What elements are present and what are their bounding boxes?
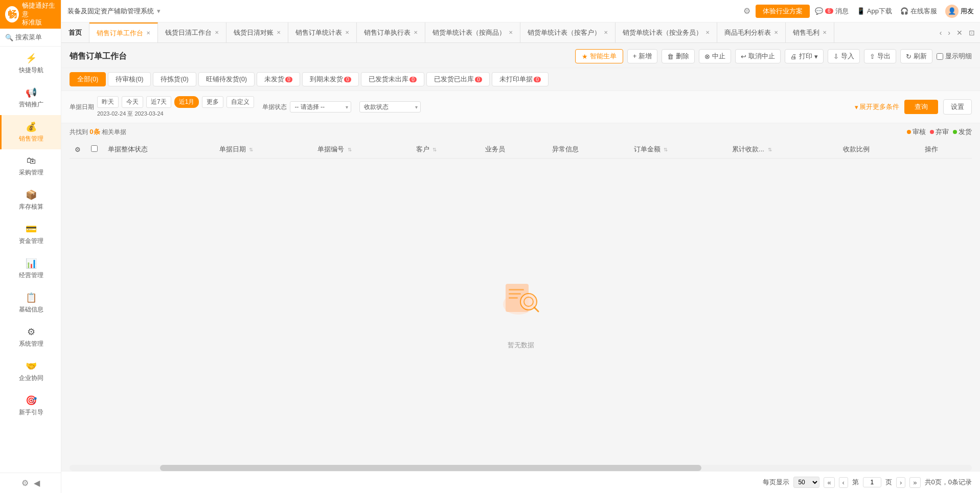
review-action-btn[interactable]: 审核 bbox=[907, 127, 926, 137]
ship-action-btn[interactable]: 发货 bbox=[953, 127, 972, 137]
sidebar-item-enterprise[interactable]: 🤝 企业协同 bbox=[0, 354, 61, 389]
tab-scroll-right-icon[interactable]: › bbox=[946, 28, 952, 38]
filter-tab-shipped-out[interactable]: 已发货已出库0 bbox=[426, 72, 490, 86]
print-btn[interactable]: 🖨 打印 ▾ bbox=[785, 49, 824, 63]
tab-home[interactable]: 首页 bbox=[61, 23, 89, 43]
sidebar-item-sales[interactable]: 💰 销售管理 bbox=[0, 115, 61, 149]
filter-tab-pending-review[interactable]: 待审核(0) bbox=[108, 72, 151, 86]
customer-sort-icon[interactable]: ⇅ bbox=[432, 147, 437, 152]
tab-close-icon[interactable]: ✕ bbox=[509, 30, 513, 35]
tab-close-icon[interactable]: ✕ bbox=[146, 30, 150, 36]
sidebar-item-purchase[interactable]: 🛍 采购管理 bbox=[0, 149, 61, 183]
prev-page-btn[interactable]: ‹ bbox=[839, 477, 848, 488]
sidebar-item-basic[interactable]: 📋 基础信息 bbox=[0, 286, 61, 320]
tab-close-icon[interactable]: ✕ bbox=[604, 30, 608, 35]
tab-product-margin[interactable]: 商品毛利分析表 ✕ bbox=[717, 23, 786, 43]
tab-close-icon[interactable]: ✕ bbox=[277, 30, 281, 35]
date-today-btn[interactable]: 今天 bbox=[122, 96, 143, 108]
tab-close-icon[interactable]: ✕ bbox=[345, 30, 349, 35]
cancel-stop-btn[interactable]: ↩ 取消中止 bbox=[735, 49, 781, 63]
amount-sort-icon[interactable]: ⇅ bbox=[664, 147, 668, 152]
tab-sales-exec[interactable]: 销售订单执行表 ✕ bbox=[357, 23, 425, 43]
online-service-btn[interactable]: 🎧 在线客服 bbox=[900, 7, 937, 16]
first-page-btn[interactable]: « bbox=[824, 477, 834, 488]
page-size-select[interactable]: 50 10 20 100 bbox=[793, 477, 819, 488]
page-input[interactable] bbox=[863, 477, 881, 487]
topbar-settings-icon[interactable]: ⚙ bbox=[743, 6, 750, 16]
tab-sales-stat[interactable]: 销售订单统计表 ✕ bbox=[288, 23, 357, 43]
show-details-checkbox[interactable] bbox=[937, 53, 943, 60]
sidebar-item-finance[interactable]: 💳 资金管理 bbox=[0, 217, 61, 252]
tab-close-icon[interactable]: ✕ bbox=[414, 30, 418, 35]
payment-status-select[interactable]: 收款状态 bbox=[359, 101, 421, 113]
filter-tab-unprinted[interactable]: 未打印单据0 bbox=[492, 72, 549, 86]
pagination: 每页显示 50 10 20 100 « ‹ 第 页 › » 共0页，0条记录 bbox=[61, 471, 980, 493]
sidebar-collapse-btn[interactable]: ◀ bbox=[34, 478, 40, 488]
tab-close-icon[interactable]: ✕ bbox=[705, 30, 710, 35]
date-1month-btn[interactable]: 近1月 bbox=[174, 96, 199, 108]
expand-more-btn[interactable]: ▾ 展开更多条件 bbox=[855, 102, 899, 111]
th-settings[interactable]: ⚙ bbox=[70, 141, 86, 159]
tab-cash-daily[interactable]: 钱货日清工作台 ✕ bbox=[158, 23, 226, 43]
sidebar-item-operations[interactable]: 📊 经营管理 bbox=[0, 252, 61, 286]
unreviewed-action-btn[interactable]: 弃审 bbox=[930, 127, 949, 137]
tab-sales-profit[interactable]: 销售毛利 ✕ bbox=[786, 23, 834, 43]
delete-btn[interactable]: 🗑 删除 bbox=[662, 49, 695, 63]
sidebar-item-inventory[interactable]: 📦 库存核算 bbox=[0, 183, 61, 217]
date-more-btn[interactable]: 更多 bbox=[202, 96, 223, 108]
show-details-checkbox-label[interactable]: 显示明细 bbox=[937, 52, 972, 61]
tab-scroll-left-icon[interactable]: ‹ bbox=[938, 28, 944, 38]
import-btn[interactable]: ⇩ 导入 bbox=[828, 49, 860, 63]
tab-sales-summary-product[interactable]: 销货单统计表（按商品） ✕ bbox=[425, 23, 520, 43]
topbar-dropdown-arrow[interactable]: ▾ bbox=[157, 7, 161, 15]
scrollbar-thumb[interactable] bbox=[160, 465, 701, 471]
refresh-btn[interactable]: ↻ 刷新 bbox=[900, 49, 932, 63]
export-btn[interactable]: ⇧ 导出 bbox=[864, 49, 896, 63]
message-btn[interactable]: 💬 6 消息 bbox=[815, 7, 849, 16]
app-download-btn[interactable]: 📱 App下载 bbox=[857, 7, 892, 16]
filter-tab-all[interactable]: 全部(0) bbox=[70, 72, 106, 86]
add-btn[interactable]: + 新增 bbox=[627, 49, 657, 63]
quick-nav-icon: ⚡ bbox=[26, 53, 37, 64]
stop-btn[interactable]: ⊗ 中止 bbox=[699, 49, 731, 63]
filter-tab-wangpu[interactable]: 旺铺待发货(0) bbox=[198, 72, 255, 86]
sidebar-item-newbie[interactable]: 🎯 新手引导 bbox=[0, 389, 61, 423]
last-page-btn[interactable]: » bbox=[909, 477, 920, 488]
filter-tab-unshipped[interactable]: 未发货0 bbox=[257, 72, 300, 86]
th-amount: 订单金额 ⇅ bbox=[629, 141, 727, 159]
tab-cash-reconcile[interactable]: 钱货日清对账 ✕ bbox=[226, 23, 288, 43]
sidebar-search[interactable]: 🔍 搜索菜单 bbox=[0, 29, 61, 47]
status-select[interactable]: -- 请选择 -- bbox=[290, 101, 351, 113]
smart-create-btn[interactable]: ★ 智能生单 bbox=[575, 49, 623, 63]
industry-btn[interactable]: 体验行业方案 bbox=[756, 5, 810, 18]
th-checkbox[interactable] bbox=[86, 141, 103, 159]
date-7days-btn[interactable]: 近7天 bbox=[146, 96, 171, 108]
horizontal-scrollbar[interactable] bbox=[70, 465, 972, 471]
tab-close-icon[interactable]: ✕ bbox=[774, 30, 778, 35]
query-btn[interactable]: 查询 bbox=[904, 100, 938, 114]
filter-tab-shipped-not-out[interactable]: 已发货未出库0 bbox=[361, 72, 424, 86]
filter-tab-pending-pickup[interactable]: 待拣货(0) bbox=[153, 72, 196, 86]
tab-sales-summary-staff[interactable]: 销货单统计表（按业务员） ✕ bbox=[616, 23, 717, 43]
sidebar-item-system[interactable]: ⚙ 系统管理 bbox=[0, 320, 61, 354]
filter-tab-overdue-unshipped[interactable]: 到期未发货0 bbox=[302, 72, 359, 86]
sidebar-item-marketing[interactable]: 📢 营销推广 bbox=[0, 81, 61, 115]
date-sort-icon[interactable]: ⇅ bbox=[249, 147, 253, 152]
select-all-checkbox[interactable] bbox=[91, 145, 98, 152]
th-date: 单据日期 ⇅ bbox=[214, 141, 313, 159]
tab-close-all-icon[interactable]: ✕ bbox=[954, 28, 965, 38]
tab-close-icon[interactable]: ✕ bbox=[823, 30, 827, 35]
setting-btn[interactable]: 设置 bbox=[943, 99, 972, 115]
sidebar-item-quick-nav[interactable]: ⚡ 快捷导航 bbox=[0, 47, 61, 81]
tab-sales-summary-customer[interactable]: 销货单统计表（按客户） ✕ bbox=[520, 23, 616, 43]
sidebar-settings-btn[interactable]: ⚙ bbox=[21, 478, 29, 488]
date-yesterday-btn[interactable]: 昨天 bbox=[97, 96, 119, 108]
tab-expand-icon[interactable]: ⊡ bbox=[967, 28, 977, 38]
tab-close-icon[interactable]: ✕ bbox=[215, 30, 219, 35]
next-page-btn[interactable]: › bbox=[896, 477, 905, 488]
date-custom-btn[interactable]: 自定义 bbox=[226, 96, 254, 108]
tab-sales-workbench[interactable]: 销售订单工作台 ✕ bbox=[89, 23, 158, 43]
collected-sort-icon[interactable]: ⇅ bbox=[768, 147, 772, 152]
number-sort-icon[interactable]: ⇅ bbox=[348, 147, 352, 152]
user-avatar-btn[interactable]: 👤 用友 bbox=[945, 5, 974, 18]
